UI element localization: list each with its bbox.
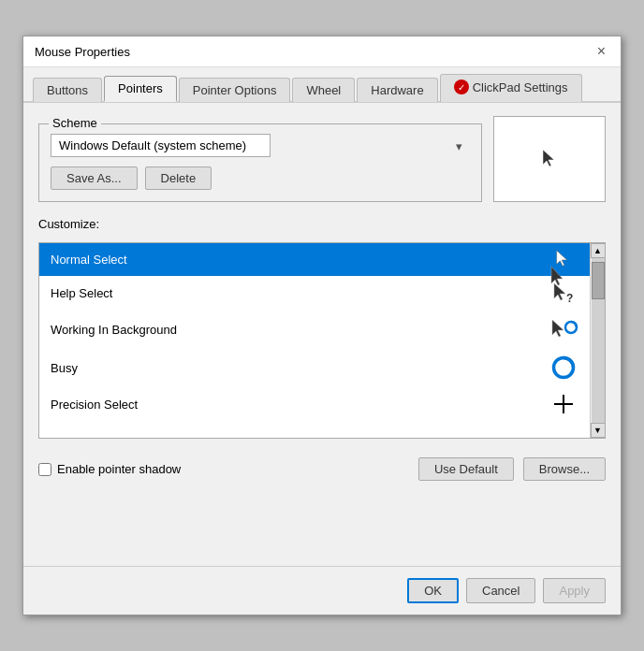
list-item[interactable]: Working In Background [39, 311, 590, 349]
scheme-group-label: Scheme [49, 116, 101, 130]
customize-label: Customize: [38, 217, 606, 231]
tab-pointer-options[interactable]: Pointer Options [179, 78, 291, 102]
cursor-item-name: Help Select [51, 286, 112, 300]
cursor-item-name: Normal Select [51, 253, 127, 267]
cursor-item-icon [549, 393, 578, 415]
tab-clickpad[interactable]: ClickPad Settings [440, 74, 582, 102]
av-icon [454, 80, 469, 94]
mouse-properties-window: Mouse Properties × Buttons Pointers Poin… [22, 36, 622, 615]
cursor-list-items: Normal Select Help Select ? [39, 243, 590, 438]
scheme-section: Scheme Windows Default (system scheme) S… [38, 116, 606, 202]
delete-button[interactable]: Delete [145, 166, 212, 190]
tab-pointers[interactable]: Pointers [104, 76, 177, 102]
tab-hardware[interactable]: Hardware [357, 78, 437, 102]
list-item[interactable]: Help Select ? [39, 276, 590, 311]
list-scrollbar[interactable]: ▲ ▼ [590, 243, 605, 438]
scheme-left: Scheme Windows Default (system scheme) S… [38, 116, 482, 202]
enable-shadow-checkbox[interactable] [38, 463, 51, 476]
scheme-group: Scheme Windows Default (system scheme) S… [38, 123, 482, 202]
window-title: Mouse Properties [35, 45, 130, 59]
list-item[interactable]: Precision Select [39, 387, 590, 422]
cancel-button[interactable]: Cancel [466, 578, 535, 603]
tab-bar: Buttons Pointers Pointer Options Wheel H… [23, 67, 621, 103]
save-as-button[interactable]: Save As... [51, 166, 138, 190]
footer: OK Cancel Apply [23, 566, 621, 615]
enable-shadow-label[interactable]: Enable pointer shadow [38, 462, 409, 476]
use-default-button[interactable]: Use Default [418, 457, 514, 481]
close-button[interactable]: × [593, 44, 609, 59]
cursor-item-name: Busy [51, 361, 78, 375]
browse-button[interactable]: Browse... [523, 457, 606, 481]
cursor-preview-box [493, 116, 606, 202]
ok-button[interactable]: OK [407, 578, 459, 603]
svg-text:?: ? [566, 292, 573, 304]
scheme-buttons: Save As... Delete [51, 166, 470, 190]
list-item[interactable]: Busy [39, 349, 590, 387]
apply-button[interactable]: Apply [543, 578, 606, 603]
cursor-item-name: Precision Select [51, 398, 138, 412]
scheme-dropdown[interactable]: Windows Default (system scheme) [51, 134, 271, 157]
working-cursor-icon [549, 316, 578, 342]
scroll-up-button[interactable]: ▲ [591, 243, 606, 258]
list-item[interactable]: Normal Select [39, 243, 590, 276]
title-bar: Mouse Properties × [23, 36, 621, 67]
list-bottom-controls: Enable pointer shadow Use Default Browse… [38, 457, 606, 481]
scheme-row: Windows Default (system scheme) [51, 134, 470, 157]
tab-content: Scheme Windows Default (system scheme) S… [23, 103, 621, 566]
tab-wheel[interactable]: Wheel [292, 78, 355, 102]
scroll-track [592, 258, 605, 423]
side-cursor-icon [547, 262, 569, 290]
busy-cursor-icon [550, 354, 577, 381]
scroll-down-button[interactable]: ▼ [591, 423, 606, 438]
side-cursor-preview [547, 262, 569, 293]
tab-buttons[interactable]: Buttons [33, 78, 102, 102]
cursor-item-icon [549, 316, 578, 342]
cursor-list: Normal Select Help Select ? [38, 242, 606, 439]
scheme-select-wrapper: Windows Default (system scheme) [51, 134, 470, 157]
cursor-item-name: Working In Background [51, 323, 177, 337]
preview-cursor-icon [538, 148, 561, 170]
precision-cursor-icon [552, 393, 575, 415]
scroll-thumb[interactable] [592, 262, 605, 299]
cursor-item-icon [549, 354, 578, 381]
